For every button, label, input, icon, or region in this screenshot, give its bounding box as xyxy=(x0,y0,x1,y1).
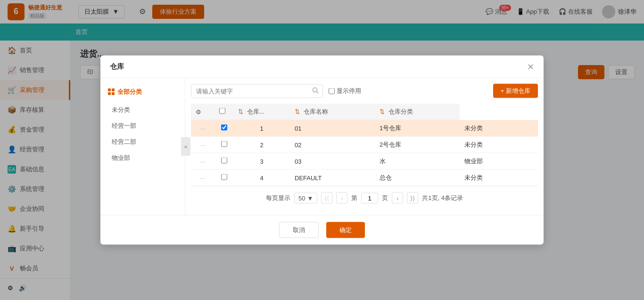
row-num: 2 xyxy=(233,136,290,153)
row-name: 2号仓库 xyxy=(375,136,460,153)
search-input[interactable] xyxy=(191,84,308,97)
modal-body: 全部分类 未分类 经营一部 经营二部 物业部 « xyxy=(100,78,544,215)
category-item-2[interactable]: 经营二部 xyxy=(100,134,185,150)
disabled-checkbox[interactable] xyxy=(329,88,335,94)
table-toolbar: 显示停用 + 新增仓库 xyxy=(191,84,538,98)
row-num: 1 xyxy=(233,120,290,136)
category-panel: 全部分类 未分类 经营一部 经营二部 物业部 « xyxy=(100,78,185,215)
table-row[interactable]: ··· 1 01 1号仓库 未分类 xyxy=(191,120,538,136)
row-action-icon[interactable]: ··· xyxy=(200,158,206,165)
th-settings: ⚙ xyxy=(191,104,215,120)
table-panel: 显示停用 + 新增仓库 ⚙ xyxy=(185,78,544,215)
table-body: ··· 1 01 1号仓库 未分类 ··· 2 02 2号仓库 未分类 ··· xyxy=(191,120,538,186)
th-code[interactable]: ⇅ 仓库... xyxy=(233,104,290,120)
modal-title: 仓库 xyxy=(110,62,124,71)
row-name: 1号仓库 xyxy=(375,120,460,136)
table-row[interactable]: ··· 3 03 水 物业部 xyxy=(191,153,538,169)
last-page-btn[interactable]: ⟩⟩ xyxy=(407,192,418,204)
row-checkbox[interactable] xyxy=(221,174,227,180)
table-head: ⚙ ⇅ 仓库... ⇅ 仓库名称 xyxy=(191,104,538,120)
row-action-icon[interactable]: ··· xyxy=(200,174,206,181)
pagination: 每页显示 50 ▼ ⟨⟨ ‹ 第 页 › ⟩⟩ 共1页, 4条记录 xyxy=(191,186,538,209)
row-category: 未分类 xyxy=(460,169,538,186)
row-name: 总仓 xyxy=(375,169,460,186)
page-number-input[interactable] xyxy=(361,192,378,203)
row-action-icon[interactable]: ··· xyxy=(200,141,206,148)
row-name: 水 xyxy=(375,153,460,169)
search-box xyxy=(191,84,323,98)
modal-header: 仓库 ✕ xyxy=(100,56,544,78)
row-category: 未分类 xyxy=(460,120,538,136)
sort-icon-code: ⇅ xyxy=(238,108,243,115)
new-warehouse-btn[interactable]: + 新增仓库 xyxy=(493,84,538,98)
show-disabled-checkbox[interactable]: 显示停用 xyxy=(329,87,361,95)
select-all-checkbox[interactable] xyxy=(219,108,225,114)
row-action-icon[interactable]: ··· xyxy=(200,125,206,132)
row-code: DEFAULT xyxy=(290,169,375,186)
sort-icon-category: ⇅ xyxy=(380,108,385,115)
table-row[interactable]: ··· 2 02 2号仓库 未分类 xyxy=(191,136,538,153)
cancel-button[interactable]: 取消 xyxy=(279,222,319,238)
table-row[interactable]: ··· 4 DEFAULT 总仓 未分类 xyxy=(191,169,538,186)
row-num: 3 xyxy=(233,153,290,169)
category-item-1[interactable]: 经营一部 xyxy=(100,118,185,134)
prev-page-btn[interactable]: ‹ xyxy=(336,192,347,204)
th-category[interactable]: ⇅ 仓库分类 xyxy=(375,104,460,120)
per-page-chevron: ▼ xyxy=(307,194,313,201)
category-item-0[interactable]: 未分类 xyxy=(100,102,185,118)
next-page-btn[interactable]: › xyxy=(392,192,403,204)
warehouse-table: ⚙ ⇅ 仓库... ⇅ 仓库名称 xyxy=(191,104,538,186)
row-code: 03 xyxy=(290,153,375,169)
modal-footer: 取消 确定 xyxy=(100,215,544,245)
per-page-select[interactable]: 50 ▼ xyxy=(294,192,317,203)
confirm-button[interactable]: 确定 xyxy=(326,222,365,238)
table-container: ⚙ ⇅ 仓库... ⇅ 仓库名称 xyxy=(191,104,538,186)
first-page-btn[interactable]: ⟨⟨ xyxy=(321,192,332,204)
row-num: 4 xyxy=(233,169,290,186)
warehouse-modal: 仓库 ✕ 全部分类 未分类 经营一部 经营二部 物业部 « xyxy=(100,56,544,245)
th-check xyxy=(215,104,233,120)
search-icon xyxy=(308,87,322,95)
row-checkbox[interactable] xyxy=(221,125,227,131)
row-code: 02 xyxy=(290,136,375,153)
category-item-3[interactable]: 物业部 xyxy=(100,150,185,166)
row-category: 物业部 xyxy=(460,153,538,169)
row-checkbox[interactable] xyxy=(221,158,227,164)
collapse-category-btn[interactable]: « xyxy=(181,137,190,156)
sort-icon-name: ⇅ xyxy=(295,108,300,115)
svg-line-3 xyxy=(317,92,319,93)
th-name[interactable]: ⇅ 仓库名称 xyxy=(290,104,375,120)
grid-icon xyxy=(108,89,115,95)
settings-col-icon: ⚙ xyxy=(196,108,201,115)
row-category: 未分类 xyxy=(460,136,538,153)
all-category-item[interactable]: 全部分类 xyxy=(100,84,185,102)
modal-close-button[interactable]: ✕ xyxy=(527,62,534,71)
row-code: 01 xyxy=(290,120,375,136)
row-checkbox[interactable] xyxy=(221,141,227,147)
